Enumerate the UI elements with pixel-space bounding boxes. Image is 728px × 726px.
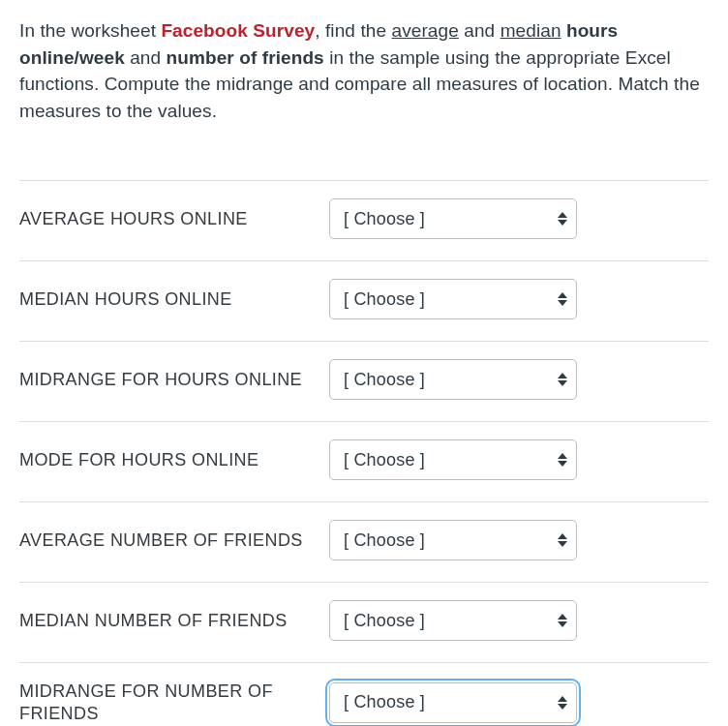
match-label: AVERAGE HOURS ONLINE (19, 208, 319, 230)
match-label: MIDRANGE FOR NUMBER OF FRIENDS (19, 681, 319, 724)
answer-select[interactable]: [ Choose ] (329, 520, 577, 560)
match-row: MEDIAN HOURS ONLINE [ Choose ] (19, 260, 709, 341)
match-label: MEDIAN HOURS ONLINE (19, 288, 319, 311)
select-placeholder: [ Choose ] (344, 289, 425, 310)
select-placeholder: [ Choose ] (344, 530, 425, 551)
match-row: AVERAGE HOURS ONLINE [ Choose ] (19, 180, 709, 260)
match-row: MODE FOR HOURS ONLINE [ Choose ] (19, 421, 709, 501)
question-text: In the worksheet Facebook Survey, find t… (19, 17, 709, 124)
match-label: AVERAGE NUMBER OF FRIENDS (19, 529, 319, 552)
select-placeholder: [ Choose ] (344, 450, 425, 470)
match-label: MEDIAN NUMBER OF FRIENDS (19, 610, 319, 632)
select-placeholder: [ Choose ] (344, 692, 425, 712)
answer-select[interactable]: [ Choose ] (329, 682, 577, 723)
answer-select[interactable]: [ Choose ] (329, 279, 577, 319)
match-row: MIDRANGE FOR HOURS ONLINE [ Choose ] (19, 341, 709, 421)
match-label: MIDRANGE FOR HOURS ONLINE (19, 369, 319, 391)
match-row: AVERAGE NUMBER OF FRIENDS [ Choose ] (19, 501, 709, 582)
worksheet-name: Facebook Survey (161, 20, 315, 41)
select-placeholder: [ Choose ] (344, 370, 425, 390)
select-placeholder: [ Choose ] (344, 209, 425, 229)
answer-select[interactable]: [ Choose ] (329, 198, 577, 239)
match-row: MIDRANGE FOR NUMBER OF FRIENDS [ Choose … (19, 662, 709, 726)
match-label: MODE FOR HOURS ONLINE (19, 449, 319, 471)
answer-select[interactable]: [ Choose ] (329, 359, 577, 400)
answer-select[interactable]: [ Choose ] (329, 439, 577, 480)
select-placeholder: [ Choose ] (344, 611, 425, 631)
match-row: MEDIAN NUMBER OF FRIENDS [ Choose ] (19, 582, 709, 662)
answer-select[interactable]: [ Choose ] (329, 600, 577, 641)
